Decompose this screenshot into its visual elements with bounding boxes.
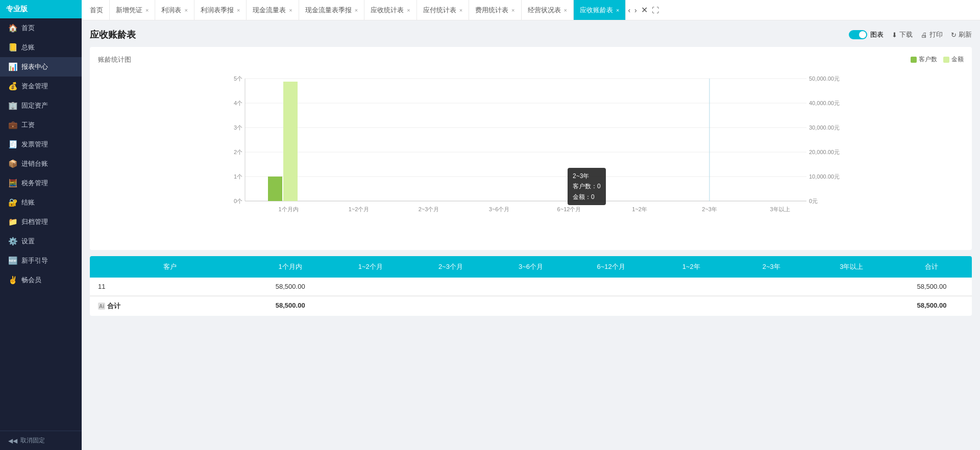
- tab-aging[interactable]: 应收账龄表 ×: [574, 0, 626, 20]
- row-0-m36: [491, 278, 571, 295]
- sidebar-item-settings[interactable]: ⚙️ 设置: [0, 232, 82, 251]
- svg-text:2个: 2个: [234, 149, 242, 155]
- page-title: 应收账龄表: [90, 29, 136, 41]
- tab-business-stat[interactable]: 经营状况表 ×: [522, 0, 574, 20]
- sidebar-item-assets[interactable]: 🏢 固定资产: [0, 96, 82, 115]
- tab-profit-close[interactable]: ×: [184, 7, 187, 13]
- sidebar-item-salary[interactable]: 💼 工资: [0, 115, 82, 135]
- refresh-button[interactable]: ↻ 刷新: [951, 30, 972, 39]
- row-0-m12: [330, 278, 410, 295]
- tab-profit[interactable]: 利润表 ×: [155, 0, 194, 20]
- tab-receivable-stat-close[interactable]: ×: [407, 7, 410, 13]
- col-m1: 1个月内: [250, 256, 330, 278]
- sidebar-item-sales[interactable]: 📦 进销台账: [0, 154, 82, 173]
- footer-m612: [571, 296, 651, 316]
- sidebar-item-reports[interactable]: 📊 报表中心: [0, 57, 82, 77]
- svg-text:2~3年: 2~3年: [702, 206, 717, 212]
- tab-voucher-close[interactable]: ×: [145, 7, 149, 13]
- legend-customers-label: 客户数: [919, 55, 937, 64]
- sidebar-item-tax[interactable]: 🧮 税务管理: [0, 173, 82, 193]
- tab-profit-quarter-label: 利润表季报: [201, 6, 234, 15]
- col-y3p: 3年以上: [812, 256, 892, 278]
- tab-expense-stat-label: 费用统计表: [475, 6, 508, 15]
- tab-prev-button[interactable]: ‹: [626, 0, 632, 20]
- row-0-y12: [651, 278, 731, 295]
- tax-icon: 🧮: [8, 179, 17, 188]
- table-row: 11 58,500.00 58,500.00: [90, 278, 972, 296]
- tab-payable-stat[interactable]: 应付统计表 ×: [417, 0, 469, 20]
- svg-text:40,000.00元: 40,000.00元: [809, 100, 840, 106]
- tab-receivable-stat[interactable]: 应收统计表 ×: [364, 0, 416, 20]
- sidebar-item-closing[interactable]: 🔐 结账: [0, 193, 82, 212]
- invoice-icon: 🧾: [8, 140, 17, 149]
- sidebar-unpin-button[interactable]: ◀◀ 取消固定: [0, 431, 82, 450]
- bar-amount-0: [283, 82, 298, 201]
- tab-payable-stat-close[interactable]: ×: [459, 7, 462, 13]
- svg-text:6~12个月: 6~12个月: [557, 206, 581, 212]
- sidebar-item-guide[interactable]: 🆕 新手引导: [0, 251, 82, 270]
- row-0-m23: [410, 278, 491, 295]
- tab-profit-label: 利润表: [161, 6, 181, 15]
- sidebar-label-tax: 税务管理: [21, 179, 48, 188]
- sidebar-label-sales: 进销台账: [21, 159, 48, 168]
- sidebar-label-settings: 设置: [21, 237, 35, 246]
- sidebar-item-funds[interactable]: 💰 资金管理: [0, 77, 82, 96]
- tab-aging-close[interactable]: ×: [616, 7, 619, 13]
- sidebar-item-member[interactable]: ✌️ 畅会员: [0, 270, 82, 290]
- tab-next-button[interactable]: ›: [632, 0, 639, 20]
- svg-text:4个: 4个: [234, 100, 242, 106]
- tab-aging-label: 应收账龄表: [580, 6, 613, 15]
- download-button[interactable]: ⬇ 下载: [892, 30, 913, 39]
- col-m612: 6~12个月: [571, 256, 651, 278]
- tab-cashflow[interactable]: 现金流量表 ×: [247, 0, 299, 20]
- svg-text:5个: 5个: [234, 76, 242, 82]
- tab-voucher[interactable]: 新增凭证 ×: [110, 0, 155, 20]
- total-icon: Ai: [98, 303, 105, 310]
- col-m36: 3~6个月: [491, 256, 571, 278]
- sidebar-item-home[interactable]: 🏠 首页: [0, 18, 82, 38]
- tab-home[interactable]: 首页: [84, 0, 110, 20]
- tab-business-stat-close[interactable]: ×: [564, 7, 567, 13]
- reports-icon: 📊: [8, 62, 17, 71]
- footer-label-text: 合计: [107, 302, 120, 311]
- chart-toggle[interactable]: 图表: [849, 30, 884, 39]
- svg-text:2~3个月: 2~3个月: [419, 206, 439, 212]
- tab-profit-quarter-close[interactable]: ×: [237, 7, 240, 13]
- chart-container: 账龄统计图 客户数 金额: [90, 47, 972, 250]
- tab-cashflow-close[interactable]: ×: [289, 7, 292, 13]
- header-actions: 图表 ⬇ 下载 🖨 打印 ↻ 刷新: [849, 30, 972, 39]
- tab-cashflow-quarter-close[interactable]: ×: [355, 7, 358, 13]
- tab-close-all-button[interactable]: ✕: [639, 0, 650, 20]
- col-customer: 客户: [90, 256, 250, 278]
- sidebar-label-funds: 资金管理: [21, 82, 48, 91]
- tab-profit-quarter[interactable]: 利润表季报 ×: [194, 0, 247, 20]
- svg-text:3年以上: 3年以上: [770, 206, 790, 212]
- tab-cashflow-quarter-label: 现金流量表季报: [305, 6, 352, 15]
- row-0-customer: 11: [90, 278, 250, 295]
- tab-cashflow-label: 现金流量表: [253, 6, 286, 15]
- tab-expense-stat[interactable]: 费用统计表 ×: [469, 0, 521, 20]
- tab-expense-stat-close[interactable]: ×: [511, 7, 514, 13]
- sidebar-item-archive[interactable]: 📁 归档管理: [0, 212, 82, 232]
- tab-cashflow-quarter[interactable]: 现金流量表季报 ×: [299, 0, 364, 20]
- chart-svg: 0个 1个 2个 3个 4个 5个 0元 10,000.00元 20,000.0…: [98, 68, 964, 232]
- svg-text:1~2个月: 1~2个月: [349, 206, 370, 212]
- tab-expand-button[interactable]: ⛶: [650, 0, 661, 20]
- chart-legend: 客户数 金额: [911, 55, 964, 64]
- sidebar-item-ledger[interactable]: 📒 总账: [0, 38, 82, 57]
- tab-bar: 首页 新增凭证 × 利润表 × 利润表季报 × 现金流量表 × 现金流量表季报 …: [82, 0, 980, 20]
- unpin-icon: ◀◀: [8, 437, 17, 444]
- footer-m1: 58,500.00: [250, 296, 330, 316]
- legend-amount-label: 金额: [951, 55, 964, 64]
- footer-y3p: [812, 296, 892, 316]
- toggle-knob[interactable]: [849, 30, 867, 39]
- sidebar-label-ledger: 总账: [21, 43, 35, 52]
- archive-icon: 📁: [8, 217, 17, 227]
- tab-business-stat-label: 经营状况表: [528, 6, 561, 15]
- app-logo: 专业版: [0, 0, 82, 18]
- svg-text:1个: 1个: [234, 173, 242, 180]
- legend-customers: 客户数: [911, 55, 937, 64]
- row-0-m1: 58,500.00: [250, 278, 330, 295]
- print-button[interactable]: 🖨 打印: [921, 30, 943, 39]
- sidebar-item-invoice[interactable]: 🧾 发票管理: [0, 135, 82, 154]
